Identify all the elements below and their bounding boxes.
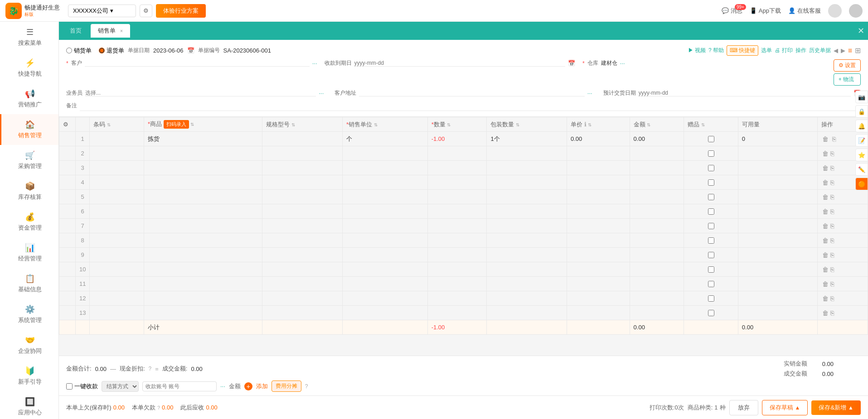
customer-addr-dots[interactable]: ···: [587, 90, 592, 96]
salesperson-input[interactable]: [85, 90, 316, 96]
sidebar-item-search[interactable]: ☰ 搜索菜单: [0, 22, 58, 53]
gift-checkbox[interactable]: [708, 223, 714, 229]
list-view-icon[interactable]: ≡: [848, 47, 852, 55]
copy-icon[interactable]: ⎘: [830, 237, 834, 244]
sidebar-item-enterprise[interactable]: 🤝 企业协同: [0, 330, 58, 361]
right-camera-button[interactable]: 📷: [855, 91, 868, 103]
copy-icon[interactable]: ⎘: [830, 193, 834, 201]
sort-barcode-icon[interactable]: ⇅: [107, 122, 111, 127]
calendar-icon[interactable]: 📅: [187, 47, 194, 54]
expected-date-input[interactable]: [639, 90, 851, 96]
discard-button[interactable]: 放弃: [729, 400, 758, 415]
spec-cell[interactable]: [262, 132, 343, 146]
col-settings[interactable]: ⚙: [59, 117, 76, 132]
table-scroll-area[interactable]: ⚙ 条码 ⇅ *商品 扫码录入 ⇅: [59, 117, 868, 356]
sidebar-item-sales[interactable]: 🏠 销售管理: [0, 114, 58, 145]
delete-icon[interactable]: 🗑: [822, 251, 829, 259]
gift-checkbox[interactable]: [708, 150, 714, 157]
copy-icon[interactable]: ⎘: [830, 179, 834, 186]
sidebar-item-finance[interactable]: 💰 资金管理: [0, 207, 58, 237]
gift-checkbox[interactable]: [708, 252, 714, 258]
delete-icon[interactable]: 🗑: [822, 237, 829, 244]
tab-close-icon[interactable]: ×: [120, 28, 123, 34]
sidebar-item-purchase[interactable]: 🛒 采购管理: [0, 145, 58, 176]
add-button[interactable]: +: [244, 382, 252, 390]
barcode-cell[interactable]: [90, 132, 144, 146]
arrow-left-icon[interactable]: ◀: [834, 47, 838, 54]
info-circle-icon[interactable]: ?: [149, 366, 152, 372]
action-history[interactable]: 历史单据: [809, 47, 831, 54]
sidebar-item-marketing[interactable]: 📢 营销推广: [0, 83, 58, 114]
gift-checkbox[interactable]: [708, 281, 714, 287]
customer-addr-input[interactable]: [359, 90, 584, 96]
copy-icon[interactable]: ⎘: [830, 208, 834, 215]
fee-button[interactable]: 费用分摊: [272, 380, 301, 392]
delete-icon[interactable]: 🗑: [822, 135, 829, 143]
salesperson-dots[interactable]: ···: [319, 90, 324, 96]
gift-checkbox[interactable]: [708, 310, 714, 316]
copy-icon[interactable]: ⎘: [830, 280, 834, 288]
arrow-right-icon[interactable]: ▶: [841, 47, 845, 54]
gift-checkbox[interactable]: [708, 295, 714, 302]
sidebar-item-guide[interactable]: 🔰 新手引导: [0, 361, 58, 391]
settings-icon[interactable]: ⚙: [63, 121, 68, 128]
tab-home[interactable]: 首页: [63, 24, 89, 38]
gift-checkbox[interactable]: [708, 194, 714, 200]
delete-icon[interactable]: 🗑: [822, 266, 829, 273]
customer-dots[interactable]: ···: [312, 60, 317, 67]
right-note-button[interactable]: 📝: [855, 134, 868, 147]
right-edit-button[interactable]: ✏️: [855, 163, 868, 176]
copy-icon[interactable]: ⎘: [830, 251, 834, 259]
close-all-button[interactable]: ✕: [858, 26, 864, 36]
copy-icon[interactable]: ⎘: [830, 150, 834, 157]
delete-icon[interactable]: 🗑: [822, 150, 829, 157]
sort-unit-icon[interactable]: ⇅: [374, 122, 378, 127]
copy-icon[interactable]: ⎘: [830, 266, 834, 273]
sort-product-icon[interactable]: ⇅: [190, 122, 194, 127]
copy-icon[interactable]: ⎘: [832, 135, 836, 143]
delete-icon[interactable]: 🗑: [822, 164, 829, 172]
sort-pack-qty-icon[interactable]: ⇅: [516, 122, 519, 127]
one-pay-checkbox[interactable]: 一键收款: [66, 382, 98, 390]
sidebar-item-app-center[interactable]: 🔲 应用中心: [0, 391, 58, 419]
tab-sales-order[interactable]: 销售单 ×: [91, 24, 130, 38]
sort-unit-price-icon[interactable]: ⇅: [588, 122, 592, 127]
delete-icon[interactable]: 🗑: [822, 208, 829, 215]
info-icon[interactable]: ℹ: [584, 121, 587, 128]
right-star-button[interactable]: ⭐: [855, 149, 868, 161]
action-operations[interactable]: 操作: [795, 47, 806, 54]
grid-view-icon[interactable]: ⊞: [855, 46, 861, 55]
sort-amount-icon[interactable]: ⇅: [647, 122, 650, 127]
delete-icon[interactable]: 🗑: [822, 295, 829, 302]
delete-icon[interactable]: 🗑: [822, 222, 829, 230]
copy-icon[interactable]: ⎘: [830, 164, 834, 172]
action-help[interactable]: ? 帮助: [708, 47, 724, 54]
delete-icon[interactable]: 🗑: [822, 280, 829, 288]
avatar2[interactable]: [849, 4, 863, 18]
sort-quantity-icon[interactable]: ⇅: [447, 122, 451, 127]
delete-icon[interactable]: 🗑: [822, 193, 829, 201]
logistics-button[interactable]: + 物流: [834, 73, 861, 86]
customer-input[interactable]: [85, 60, 310, 67]
action-select[interactable]: 选单: [761, 47, 772, 54]
gift-checkbox[interactable]: [708, 208, 714, 215]
action-shortcut[interactable]: ⌨ 快捷键: [727, 45, 758, 56]
gift-checkbox[interactable]: [708, 165, 714, 171]
due-date-input[interactable]: [354, 60, 566, 67]
info-icon2[interactable]: ?: [157, 405, 160, 410]
settings-button[interactable]: ⚙: [140, 5, 152, 17]
sidebar-item-operations[interactable]: 📊 经营管理: [0, 237, 58, 268]
action-print[interactable]: 🖨 打印: [775, 47, 792, 54]
sidebar-item-system[interactable]: ⚙️ 系统管理: [0, 299, 58, 330]
footer-dots[interactable]: ···: [220, 383, 225, 390]
trial-button[interactable]: 体验行业方案: [156, 4, 206, 18]
copy-icon[interactable]: ⎘: [830, 309, 834, 317]
payment-method-select[interactable]: 结算方式: [102, 381, 139, 392]
save-draft-button[interactable]: 保存草稿 ▲: [762, 400, 808, 415]
gift-checkbox[interactable]: [708, 179, 714, 186]
chevron-up-icon2[interactable]: ▲: [848, 405, 853, 411]
sidebar-item-quick-nav[interactable]: ⚡ 快捷导航: [0, 53, 58, 83]
copy-icon[interactable]: ⎘: [830, 295, 834, 302]
save-new-button[interactable]: 保存&新增 ▲: [811, 400, 861, 415]
gift-checkbox[interactable]: [708, 266, 714, 273]
